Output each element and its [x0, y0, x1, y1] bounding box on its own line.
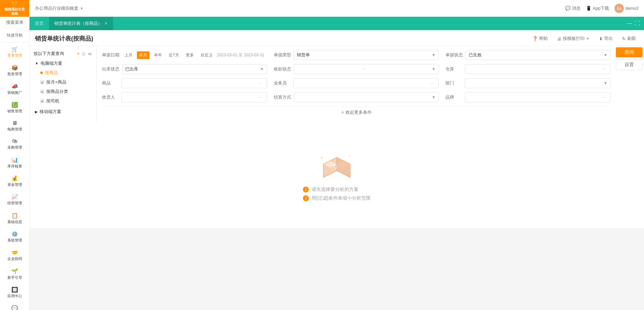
- tab-maximize-btn[interactable]: ⛶: [635, 20, 640, 27]
- product-dots[interactable]: ···: [257, 80, 264, 86]
- help-btn[interactable]: ❓ 帮助: [530, 34, 550, 43]
- date-btn-7days[interactable]: 近7天: [166, 51, 181, 59]
- sidebar-item-wholesale[interactable]: 📦 批发管理: [0, 61, 29, 80]
- out-status-chevron: ▼: [260, 67, 264, 71]
- tree-mobile-section[interactable]: ▶ 移动端方案: [32, 107, 94, 116]
- settlement-control[interactable]: ▼: [294, 92, 439, 102]
- panel-title: 按以下方案查询: [34, 51, 64, 57]
- quick-nav[interactable]: 快捷导航: [0, 29, 29, 43]
- salesperson-label: 业务员: [274, 80, 290, 86]
- date-label: 单据日期: [102, 52, 119, 58]
- sidebar-item-basic[interactable]: 📋 基础信息: [0, 209, 29, 227]
- panel-tree: ▼ 电脑端方案 按商品 ▤ 按月+商品: [30, 59, 96, 116]
- tree-item-icon: ▤: [40, 80, 44, 84]
- sidebar-item-apps[interactable]: 🔲 应用中心: [0, 283, 29, 302]
- empty-text: 1 请先选择要分析的方案 2 用[过滤]条件来缩小分析范围: [303, 187, 371, 201]
- date-btn-custom[interactable]: 自定义: [198, 51, 215, 59]
- collapse-panel-btn[interactable]: ≪: [88, 51, 92, 56]
- date-btn-year[interactable]: 本年: [152, 51, 164, 59]
- username: demo2: [625, 6, 639, 11]
- sidebar-item-sales[interactable]: 💹 销售管理: [0, 98, 29, 117]
- filter-receive-status: 收款状态 ··· ▼: [274, 64, 439, 74]
- tree-item-by-product[interactable]: 按商品: [38, 68, 94, 78]
- avatar: Ea: [614, 4, 624, 13]
- salesperson-dots[interactable]: ···: [429, 80, 436, 86]
- left-panel: 按以下方案查询 + ⊙ ≪ ▼ 电脑端方案: [30, 46, 97, 122]
- collapse-label: ∧ 收起更多条件: [341, 110, 372, 115]
- recipient-dots[interactable]: ···: [257, 94, 264, 100]
- sidebar-item-marketing[interactable]: 📣 营销推广: [0, 80, 29, 98]
- filter-warehouse: 仓库 ···: [445, 64, 610, 74]
- warehouse-dots[interactable]: ···: [600, 66, 607, 72]
- tabbar: 首页 销货单统计表（按商品） ✕ — ⛶: [30, 17, 644, 30]
- collapse-bar[interactable]: ∧ 收起更多条件: [102, 106, 610, 118]
- receive-status-control[interactable]: ··· ▼: [294, 64, 439, 74]
- tab-sales-stat[interactable]: 销货单统计表（按商品） ✕: [49, 17, 113, 30]
- setting-btn[interactable]: 设置: [616, 59, 643, 70]
- filter-out-status: 出库状态 已出库 ▼: [102, 64, 267, 74]
- product-control[interactable]: ···: [121, 78, 267, 88]
- date-btn-prev-month[interactable]: 上月: [122, 51, 135, 59]
- settlement-chevron: ▼: [432, 95, 436, 100]
- filter-brand: 品牌 ···: [445, 92, 610, 102]
- sidebar-item-guide[interactable]: 🌱 新手引导: [0, 265, 29, 283]
- tab-close-btn[interactable]: ✕: [104, 21, 108, 26]
- tab-minimize-btn[interactable]: —: [627, 20, 632, 27]
- salesperson-control[interactable]: ···: [293, 78, 439, 88]
- warehouse-control[interactable]: ···: [465, 64, 610, 74]
- panel-header: 按以下方案查询 + ⊙ ≪: [30, 49, 96, 59]
- tree-item-by-category[interactable]: ▤ 按商品分类: [38, 87, 94, 96]
- sidebar-item-wechat[interactable]: 💬 企业微信: [0, 302, 29, 310]
- sidebar-item-system[interactable]: ⚙️ 系统管理: [0, 227, 29, 246]
- tree-active-indicator: [40, 71, 43, 74]
- add-scheme-btn[interactable]: +: [77, 51, 80, 57]
- edit-scheme-btn[interactable]: ⊙: [82, 51, 86, 56]
- tree-item-by-month-product[interactable]: ▤ 按月+商品: [38, 78, 94, 87]
- tab-home[interactable]: 首页: [30, 17, 49, 30]
- recipient-control[interactable]: ···: [121, 92, 267, 102]
- sidebar: 🧡 畅捷通好生意 标账 搜索菜单 快捷导航 🛒 零售管理 📦 批发管理 📣 营销…: [0, 0, 30, 310]
- main-area: 办公用品行业模拟账套 ▼ 💬 消息 📱 App下载 Ea demo2 首页: [30, 0, 644, 310]
- messages-btn[interactable]: 💬 消息: [565, 5, 581, 11]
- app-download-btn[interactable]: 📱 App下载: [586, 5, 609, 11]
- filter-content: 单据日期 上月 本月 本年 近7天 更多 自定义 2023-03-01 至 20…: [97, 46, 644, 122]
- sidebar-item-inventory[interactable]: 📊 库存核算: [0, 153, 29, 172]
- doc-status-control[interactable]: 已生效 ▼: [466, 50, 610, 60]
- doc-type-control[interactable]: 销货单 ▼: [294, 50, 439, 60]
- refresh-label: 刷新: [627, 36, 636, 42]
- brand-control[interactable]: ···: [465, 92, 610, 102]
- sidebar-item-ecommerce[interactable]: 🖥 电商管理: [0, 117, 29, 135]
- print-btn[interactable]: 🖨 按模板打印 ▼: [554, 34, 592, 43]
- query-btn[interactable]: 查询: [616, 47, 643, 57]
- tab-sales-stat-label: 销货单统计表（按商品）: [54, 20, 102, 27]
- search-menu[interactable]: 搜索菜单: [0, 17, 29, 29]
- sidebar-item-finance[interactable]: 💰 资金管理: [0, 172, 29, 190]
- quick-nav-label[interactable]: 快捷导航: [0, 31, 29, 40]
- sidebar-item-retail[interactable]: 🛒 零售管理: [0, 43, 29, 61]
- refresh-btn[interactable]: ↻ 刷新: [620, 34, 639, 43]
- sidebar-item-operations[interactable]: 📈 经营管理: [0, 190, 29, 209]
- tree-item-by-cashier[interactable]: ▤ 按司机: [38, 96, 94, 106]
- out-status-label: 出库状态: [102, 66, 119, 72]
- date-btn-more[interactable]: 更多: [183, 51, 196, 59]
- export-btn[interactable]: ⬇ 导出: [596, 34, 615, 43]
- tree-pc-section[interactable]: ▼ 电脑端方案: [32, 59, 94, 68]
- filter-settlement: 结算方式 ▼: [274, 92, 439, 102]
- department-control[interactable]: ▼: [465, 78, 610, 88]
- download-icon: 📱: [586, 6, 591, 11]
- doc-type-label: 单据类型: [274, 52, 291, 58]
- workspace-selector[interactable]: 办公用品行业模拟账套 ▼: [35, 5, 84, 11]
- out-status-value: 已出库: [125, 66, 138, 72]
- date-btn-current-month[interactable]: 本月: [137, 51, 150, 59]
- filter-doc-status: 单据状态 已生效 ▼: [445, 50, 610, 60]
- filter-salesperson: 业务员 ···: [274, 78, 439, 88]
- empty-hint-2: 2 用[过滤]条件来缩小分析范围: [303, 195, 371, 201]
- user-avatar-area[interactable]: Ea demo2: [614, 4, 639, 13]
- brand-dots[interactable]: ···: [600, 94, 607, 100]
- sidebar-item-cooperation[interactable]: 🤝 企业协同: [0, 246, 29, 264]
- out-status-control[interactable]: 已出库 ▼: [122, 64, 267, 74]
- receive-status-dots[interactable]: ···: [361, 66, 368, 72]
- tree-item-label: 按商品分类: [46, 89, 68, 95]
- filter-area: 按以下方案查询 + ⊙ ≪ ▼ 电脑端方案: [30, 46, 644, 122]
- sidebar-item-purchase[interactable]: 🛍 采购管理: [0, 135, 29, 153]
